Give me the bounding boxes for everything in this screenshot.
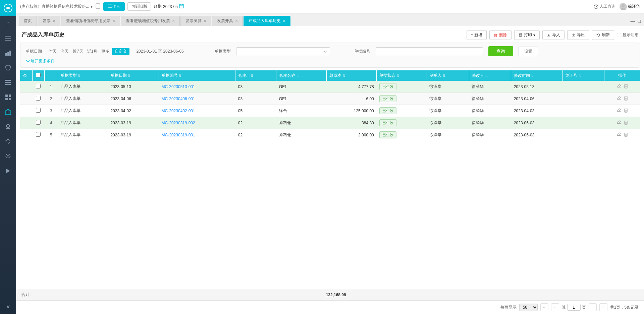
warehouse-code-col-header[interactable]: 仓库...⇅ <box>235 70 276 81</box>
date-col-header[interactable]: 单据日期⇅ <box>108 70 159 81</box>
type-select[interactable] <box>236 47 330 55</box>
modify-time-col-header[interactable]: 修改时间⇅ <box>511 70 562 81</box>
sidebar-item-stamp[interactable] <box>0 119 16 134</box>
edit-icon[interactable] <box>616 96 623 102</box>
number-input[interactable] <box>376 47 483 55</box>
delete-row-icon[interactable] <box>623 108 629 114</box>
modifier-col-header[interactable]: 修改人⇅ <box>469 70 511 81</box>
tab-history-close[interactable]: ✕ <box>283 19 285 23</box>
tab-invoice[interactable]: 发票 ✕ <box>38 16 60 26</box>
delete-row-icon[interactable] <box>623 132 629 138</box>
voucher-col-header[interactable]: 凭证号⇅ <box>562 70 604 81</box>
yesterday-btn[interactable]: 昨天 <box>47 48 58 55</box>
tab-sales-vat[interactable]: 查看销项增值税专用发票 ✕ <box>61 16 120 26</box>
type-col-header[interactable]: 单据类型⇅ <box>58 70 108 81</box>
tab-open[interactable]: 发票开具 ✕ <box>212 16 243 26</box>
today-btn[interactable]: 今天 <box>59 48 70 55</box>
print-button[interactable]: 打印 ▾ <box>514 30 540 40</box>
row-number-link[interactable]: MC-20230319-002 <box>162 121 195 125</box>
status-col-header[interactable]: 单据状态⇅ <box>377 70 427 81</box>
row-number-link[interactable]: MC-20230402-001 <box>162 109 195 113</box>
edit-icon[interactable] <box>616 108 623 114</box>
edit-icon[interactable] <box>616 132 623 138</box>
next-page-button[interactable]: › <box>589 303 597 311</box>
delete-button[interactable]: 删除 <box>489 30 512 40</box>
tab-sales-vat-close[interactable]: ✕ <box>112 19 115 23</box>
edit-icon[interactable] <box>616 120 623 126</box>
tab-input-vat[interactable]: 查看进项增值税专用发票 ✕ <box>121 16 180 26</box>
row-checkbox[interactable] <box>36 108 41 113</box>
row-num: 5 <box>44 129 58 141</box>
display-toggle-checkbox[interactable] <box>617 33 621 37</box>
row-settings-cell <box>20 129 32 141</box>
sidebar-item-shield[interactable] <box>0 60 16 75</box>
row-voucher <box>562 81 604 93</box>
number-col-header[interactable]: 单据编号⇅ <box>159 70 235 81</box>
refresh-button[interactable]: 刷新 <box>592 30 614 40</box>
export-button[interactable]: 导出 <box>567 30 589 40</box>
row-status: 已生效 <box>377 105 427 117</box>
user-name-display[interactable]: 徐泽华 <box>620 3 640 10</box>
tab-history[interactable]: 产成品入库单历史 ✕ <box>244 16 290 26</box>
row-modifier: 徐泽华 <box>469 117 511 129</box>
delete-row-icon[interactable] <box>623 120 629 126</box>
sidebar-item-refresh[interactable] <box>0 134 16 149</box>
delete-row-icon[interactable] <box>623 84 629 89</box>
minimize-button[interactable]: — <box>630 18 636 24</box>
sidebar-item-menu[interactable] <box>0 31 16 46</box>
warehouse-name-col-header[interactable]: 仓库名称⇅ <box>276 70 326 81</box>
row-voucher <box>562 129 604 141</box>
per-page-select[interactable]: 50 10 20 100 <box>519 304 538 311</box>
edit-icon[interactable] <box>616 84 623 89</box>
last-page-button[interactable]: » <box>599 303 607 311</box>
switch-old-version-button[interactable]: 切到旧版 <box>127 2 151 11</box>
month-btn[interactable]: 近1月 <box>86 48 99 55</box>
row-number-link[interactable]: MC-20230319-001 <box>162 133 195 137</box>
tab-home[interactable]: 首页 <box>19 16 37 26</box>
maximize-button[interactable]: □ <box>637 18 641 24</box>
tab-calc-close[interactable]: ✕ <box>204 19 206 23</box>
workbench-button[interactable]: 工作台 <box>103 2 125 11</box>
page-number-input[interactable] <box>567 304 581 311</box>
creator-col-header[interactable]: 制单人⇅ <box>427 70 469 81</box>
first-page-button[interactable]: « <box>540 303 548 311</box>
delete-row-icon[interactable] <box>623 96 629 102</box>
expand-conditions-button[interactable]: 展开更多条件 <box>26 58 55 64</box>
chevron-down-icon[interactable]: ▾ <box>91 4 93 9</box>
tab-input-vat-close[interactable]: ✕ <box>172 19 175 23</box>
support-button[interactable]: 人工咨询 <box>594 4 615 9</box>
week-btn[interactable]: 近7天 <box>71 48 85 55</box>
import-button[interactable]: 导入 <box>542 30 565 40</box>
column-settings-button[interactable]: ⚙ <box>23 73 27 78</box>
row-checkbox[interactable] <box>36 132 41 137</box>
calendar-icon[interactable] <box>179 4 184 9</box>
sidebar-item-package[interactable] <box>0 105 16 119</box>
sidebar-item-grid[interactable] <box>0 90 16 105</box>
more-btn[interactable]: 更多 <box>100 48 111 55</box>
sidebar-item-settings[interactable] <box>0 149 16 164</box>
prev-page-button[interactable]: ‹ <box>551 303 559 311</box>
tab-open-close[interactable]: ✕ <box>235 19 238 23</box>
sidebar-item-play[interactable] <box>0 164 16 178</box>
table-row: 5 产品入库单 2023-03-19 MC-20230319-001 02 原料… <box>20 129 640 141</box>
row-num: 3 <box>44 105 58 117</box>
tab-invoice-close[interactable]: ✕ <box>53 19 55 23</box>
sidebar-item-version[interactable]: V <box>0 299 16 314</box>
display-toggle[interactable]: 显示明细 <box>617 32 639 38</box>
select-all-checkbox[interactable] <box>36 73 41 77</box>
row-checkbox[interactable] <box>36 84 41 88</box>
tab-calc[interactable]: 发票测算 ✕ <box>180 16 211 26</box>
new-button[interactable]: + 新增 <box>467 30 487 40</box>
total-cost-col-header[interactable]: 总成本⇅ <box>326 70 377 81</box>
custom-btn[interactable]: 自定义 <box>112 48 129 55</box>
row-number-link[interactable]: MC-20230406-001 <box>162 97 195 101</box>
print-dropdown-icon[interactable]: ▾ <box>533 33 535 38</box>
sidebar-item-home[interactable]: ⌂ <box>0 16 16 31</box>
query-button[interactable]: 查询 <box>488 46 513 56</box>
sidebar-item-list[interactable] <box>0 75 16 90</box>
set-button[interactable]: 设置 <box>519 47 538 56</box>
row-checkbox[interactable] <box>36 120 41 125</box>
row-number-link[interactable]: MC-20230513-001 <box>162 84 195 89</box>
row-checkbox[interactable] <box>36 96 41 101</box>
sidebar-item-chart[interactable] <box>0 46 16 60</box>
